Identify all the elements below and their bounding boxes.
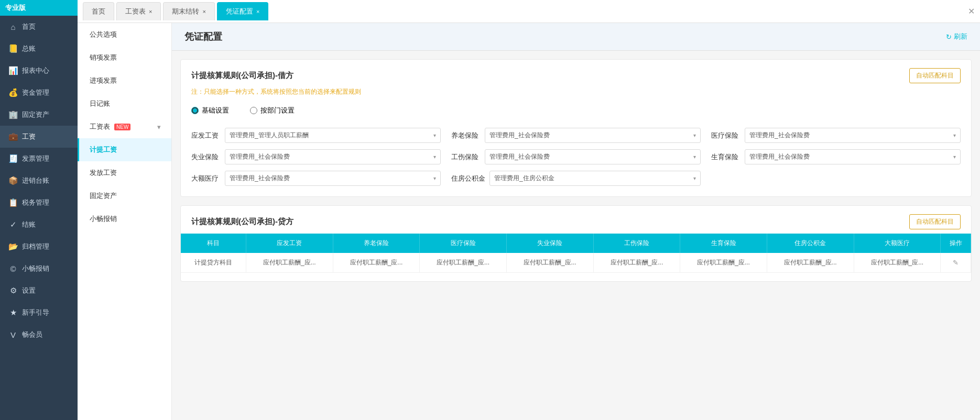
expand-icon: ▾: [157, 123, 161, 131]
form-item-salary: 应发工资 管理费用_管理人员职工薪酬 ▾: [191, 128, 441, 143]
sidebar-item-archive[interactable]: 📂 归档管理: [0, 236, 78, 258]
left-nav-public[interactable]: 公共选项: [78, 23, 171, 46]
debit-section-header: 计提核算规则(公司承担)-借方 自动匹配科目: [181, 60, 971, 87]
left-nav-xc-expense[interactable]: 小畅报销: [78, 207, 171, 230]
page-title: 凭证配置: [184, 30, 222, 43]
chevron-down-icon: ▾: [953, 154, 956, 160]
form-select-maternity[interactable]: 管理费用_社会保险费 ▾: [745, 149, 961, 164]
radio-basic[interactable]: 基础设置: [191, 106, 229, 115]
form-item-medical: 医疗保险 管理费用_社会保险费 ▾: [711, 128, 961, 143]
radio-group: 基础设置 按部门设置: [181, 102, 971, 124]
form-select-major-medical[interactable]: 管理费用_社会保险费 ▾: [225, 171, 441, 186]
sidebar-item-settle[interactable]: ✓ 结账: [0, 214, 78, 236]
credit-section-header: 计提核算规则(公司承担)-贷方 自动匹配科目: [181, 206, 971, 234]
form-select-housing[interactable]: 管理费用_住房公积金 ▾: [489, 171, 701, 186]
left-nav-salary-table[interactable]: 工资表 NEW ▾: [78, 115, 171, 138]
form-item-housing: 住房公积金 管理费用_住房公积金 ▾: [451, 171, 701, 186]
form-item-injury: 工伤保险 管理费用_社会保险费 ▾: [451, 149, 701, 164]
sidebar-item-label: 报表中心: [22, 66, 49, 75]
left-nav-sale-label: 销项发票: [90, 53, 117, 62]
tab-voucher-config[interactable]: 凭证配置 ×: [217, 2, 268, 20]
form-select-pension[interactable]: 管理费用_社会保险费 ▾: [485, 128, 701, 143]
form-select-salary-value: 管理费用_管理人员职工薪酬: [230, 131, 309, 140]
left-nav-sale-invoice[interactable]: 销项发票: [78, 46, 171, 69]
sidebar-item-ledger[interactable]: 📒 总账: [0, 38, 78, 60]
credit-section-title: 计提核算规则(公司承担)-贷方: [191, 217, 293, 227]
refresh-button[interactable]: ↻ 刷新: [946, 32, 967, 41]
left-nav-calc-salary[interactable]: 计提工资: [78, 138, 171, 161]
th-injury: 工伤保险: [593, 234, 680, 253]
debit-auto-match-button[interactable]: 自动匹配科目: [909, 68, 961, 83]
th-pension: 养老保险: [333, 234, 420, 253]
close-all-icon[interactable]: ✕: [968, 6, 975, 16]
sidebar-item-vip[interactable]: V 畅会员: [0, 324, 78, 346]
sidebar-item-label: 小畅报销: [22, 264, 49, 273]
form-select-salary[interactable]: 管理费用_管理人员职工薪酬 ▾: [225, 128, 441, 143]
sidebar-item-label: 设置: [22, 286, 36, 295]
close-period-carry-icon[interactable]: ×: [202, 8, 205, 15]
radio-dept-input[interactable]: [250, 107, 257, 114]
sidebar: 专业版 ⌂ 首页 📒 总账 📊 报表中心 💰 资金管理 🏢 固定资产 💼 工资 …: [0, 0, 78, 420]
stock-icon: 📦: [8, 176, 18, 185]
left-nav-journal[interactable]: 日记账: [78, 92, 171, 115]
xcreport-icon: ©: [8, 264, 18, 273]
form-select-medical[interactable]: 管理费用_社会保险费 ▾: [745, 128, 961, 143]
sidebar-item-invoice[interactable]: 🧾 发票管理: [0, 148, 78, 170]
tab-salary-label: 工资表: [125, 7, 146, 16]
app-title: 专业版: [0, 0, 78, 16]
refresh-icon: ↻: [946, 33, 952, 41]
edit-icon[interactable]: ✎: [953, 259, 959, 267]
th-medical: 医疗保险: [420, 234, 507, 253]
credit-auto-match-button[interactable]: 自动匹配科目: [909, 214, 961, 229]
debit-section: 计提核算规则(公司承担)-借方 自动匹配科目 注：只能选择一种方式，系统将按照您…: [180, 59, 972, 197]
sidebar-item-guide[interactable]: ★ 新手引导: [0, 302, 78, 324]
credit-table-header-row: 科目 应发工资 养老保险 医疗保险 失业保险 工伤保险 生育保险 住房公积金 大…: [181, 234, 971, 253]
fund-icon: 💰: [8, 88, 18, 97]
sidebar-item-xcreport[interactable]: © 小畅报销: [0, 258, 78, 280]
chevron-down-icon: ▾: [433, 154, 436, 160]
page-content: 凭证配置 ↻ 刷新 计提核算规则(公司承担)-借方 自动匹配科目 注：只能选择一…: [172, 23, 980, 420]
close-salary-table-icon[interactable]: ×: [149, 8, 152, 15]
form-label-injury: 工伤保险: [451, 152, 481, 162]
chevron-down-icon: ▾: [433, 132, 436, 138]
main-area: 首页 工资表 × 期末结转 × 凭证配置 × ✕ 公共选项 销项发票 进项发票: [78, 0, 980, 420]
close-voucher-config-icon[interactable]: ×: [256, 8, 259, 15]
td-action[interactable]: ✎: [941, 253, 971, 273]
form-item-maternity: 生育保险 管理费用_社会保险费 ▾: [711, 149, 961, 164]
sidebar-item-settings[interactable]: ⚙ 设置: [0, 280, 78, 302]
td-injury-val: 应付职工薪酬_应...: [593, 253, 680, 273]
form-label-housing: 住房公积金: [451, 174, 485, 183]
left-nav-purchase-invoice[interactable]: 进项发票: [78, 69, 171, 92]
left-nav-pay-salary[interactable]: 发放工资: [78, 161, 171, 184]
sidebar-item-label: 首页: [22, 22, 36, 31]
form-select-housing-value: 管理费用_住房公积金: [494, 174, 554, 183]
radio-dept[interactable]: 按部门设置: [250, 106, 295, 115]
th-maternity: 生育保险: [680, 234, 767, 253]
sidebar-item-report[interactable]: 📊 报表中心: [0, 60, 78, 82]
th-major-medical: 大额医疗: [854, 234, 941, 253]
radio-basic-input[interactable]: [191, 107, 199, 114]
sidebar-item-fund[interactable]: 💰 资金管理: [0, 82, 78, 104]
sidebar-item-tax[interactable]: 📋 税务管理: [0, 192, 78, 214]
sidebar-item-label: 进销台账: [22, 176, 49, 185]
sidebar-item-payroll[interactable]: 💼 工资: [0, 126, 78, 148]
tab-home[interactable]: 首页: [83, 2, 114, 20]
sidebar-item-home[interactable]: ⌂ 首页: [0, 16, 78, 38]
form-select-major-medical-value: 管理费用_社会保险费: [230, 174, 290, 183]
left-nav-fixed-assets[interactable]: 固定资产: [78, 184, 171, 207]
sidebar-item-label: 发票管理: [22, 154, 49, 163]
form-select-injury[interactable]: 管理费用_社会保险费 ▾: [485, 149, 701, 164]
vip-icon: V: [8, 330, 18, 339]
th-salary: 应发工资: [246, 234, 333, 253]
sidebar-item-stock[interactable]: 📦 进销台账: [0, 170, 78, 192]
tab-salary-table[interactable]: 工资表 ×: [116, 2, 161, 20]
radio-dept-label: 按部门设置: [260, 106, 295, 115]
th-unemployment: 失业保险: [506, 234, 593, 253]
td-maternity-val: 应付职工薪酬_应...: [680, 253, 767, 273]
sidebar-item-label: 结账: [22, 220, 36, 229]
form-select-unemployment[interactable]: 管理费用_社会保险费 ▾: [225, 149, 441, 164]
form-label-medical: 医疗保险: [711, 131, 741, 140]
tab-period-carry[interactable]: 期末结转 ×: [163, 2, 214, 20]
left-nav-pay-salary-label: 发放工资: [90, 168, 117, 178]
sidebar-item-assets[interactable]: 🏢 固定资产: [0, 104, 78, 126]
